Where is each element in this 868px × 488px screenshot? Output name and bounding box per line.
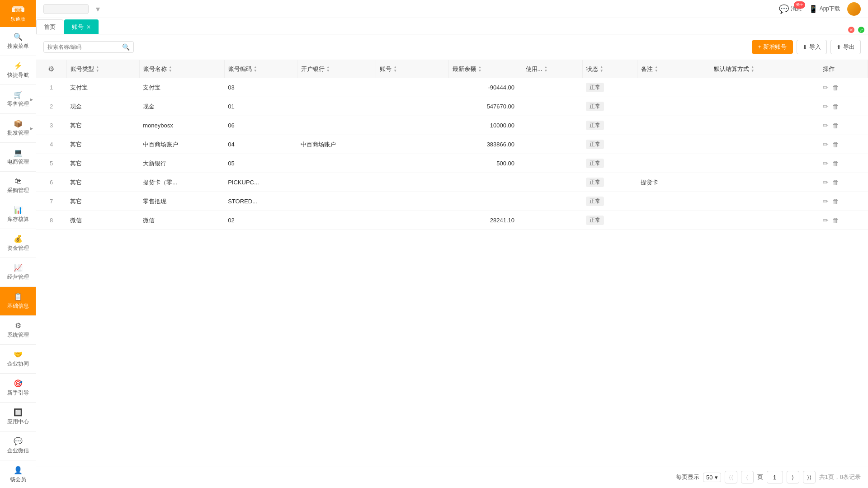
edit-btn[interactable]: ✏ bbox=[823, 197, 829, 206]
page-last-btn[interactable]: ⟩⟩ bbox=[803, 471, 816, 483]
delete-btn[interactable]: 🗑 bbox=[832, 103, 839, 110]
sidebar-item-ecommerce-mgmt[interactable]: 💻 电商管理 bbox=[0, 143, 36, 172]
sidebar-item-label: 电商管理 bbox=[7, 158, 29, 166]
search-menu-icon: 🔍 bbox=[14, 33, 23, 41]
sidebar-item-enterprise-agreement[interactable]: 🤝 企业协同 bbox=[0, 345, 36, 374]
sort-name-icon: ▲▼ bbox=[169, 66, 172, 73]
delete-btn[interactable]: 🗑 bbox=[832, 216, 839, 224]
cell-bank bbox=[297, 192, 376, 211]
col-header-bank[interactable]: 开户银行 ▲▼ bbox=[297, 60, 376, 78]
sidebar-item-label: 新手引导 bbox=[7, 389, 29, 397]
system-mgmt-icon: ⚙ bbox=[15, 321, 21, 330]
sidebar-item-newbie-guide[interactable]: 🎯 新手引导 bbox=[0, 374, 36, 403]
delete-btn[interactable]: 🗑 bbox=[832, 197, 839, 205]
table-settings-icon[interactable]: ⚙ bbox=[48, 65, 54, 73]
sidebar-item-enterprise-wechat[interactable]: 💬 企业微信 bbox=[0, 432, 36, 460]
app-download-btn[interactable]: 📱 App下载 bbox=[809, 5, 840, 13]
tab-home[interactable]: 首页 bbox=[36, 19, 63, 34]
delete-btn[interactable]: 🗑 bbox=[832, 160, 839, 167]
search-icon[interactable]: 🔍 bbox=[122, 43, 130, 51]
sidebar-item-fund-mgmt[interactable]: 💰 资金管理 bbox=[0, 229, 36, 258]
window-close-btn[interactable]: ✕ bbox=[848, 27, 854, 33]
sidebar-item-wholesale-mgmt[interactable]: 📦 批发管理 bbox=[0, 114, 36, 143]
sidebar-item-member[interactable]: 👤 畅会员 bbox=[0, 460, 36, 488]
sidebar-item-quick-nav[interactable]: ⚡ 快捷导航 bbox=[0, 56, 36, 85]
cell-default-settlement bbox=[710, 211, 819, 230]
cell-remark bbox=[637, 154, 710, 173]
sidebar-item-purchase-mgmt[interactable]: 🛍 采购管理 bbox=[0, 172, 36, 200]
col-header-status[interactable]: 状态 ▲▼ bbox=[582, 60, 637, 78]
edit-btn[interactable]: ✏ bbox=[823, 103, 829, 111]
breadcrumb-search[interactable] bbox=[43, 4, 89, 14]
search-box[interactable]: 🔍 bbox=[43, 41, 134, 53]
sidebar-item-inventory-check[interactable]: 📊 库存核算 bbox=[0, 200, 36, 229]
col-name-label: 账号名称 bbox=[143, 65, 167, 73]
search-input[interactable] bbox=[47, 44, 122, 50]
cell-default-settlement bbox=[710, 192, 819, 211]
cell-remark: 提货卡 bbox=[637, 173, 710, 192]
sidebar-item-ops-mgmt[interactable]: 📈 经营管理 bbox=[0, 258, 36, 287]
cell-bank: 中百商场账户 bbox=[297, 135, 376, 154]
quick-nav-icon: ⚡ bbox=[14, 61, 23, 70]
per-page-select[interactable]: 50 ▾ bbox=[703, 473, 721, 482]
col-header-use[interactable]: 使用... ▲▼ bbox=[522, 60, 582, 78]
delete-btn[interactable]: 🗑 bbox=[832, 178, 839, 186]
col-header-balance[interactable]: 最新余额 ▲▼ bbox=[449, 60, 522, 78]
col-header-remark[interactable]: 备注 ▲▼ bbox=[637, 60, 710, 78]
cell-remark bbox=[637, 78, 710, 97]
delete-btn[interactable]: 🗑 bbox=[832, 122, 839, 129]
edit-btn[interactable]: ✏ bbox=[823, 141, 829, 149]
export-button[interactable]: ⬆ 导出 bbox=[830, 40, 861, 54]
add-account-button[interactable]: + 新增账号 bbox=[752, 40, 793, 54]
tab-accounts[interactable]: 账号 ✕ bbox=[64, 19, 99, 34]
col-header-account[interactable]: 账号 ▲▼ bbox=[376, 60, 449, 78]
import-label: 导入 bbox=[809, 43, 821, 51]
edit-btn[interactable]: ✏ bbox=[823, 216, 829, 225]
import-button[interactable]: ⬇ 导入 bbox=[797, 40, 827, 54]
content-toolbar: 🔍 + 新增账号 ⬇ 导入 ⬆ 导出 bbox=[36, 34, 868, 60]
newbie-guide-icon: 🎯 bbox=[14, 379, 23, 388]
dropdown-arrow-icon[interactable]: ▾ bbox=[96, 4, 100, 14]
cell-default-settlement bbox=[710, 173, 819, 192]
member-icon: 👤 bbox=[14, 466, 23, 474]
page-first-btn[interactable]: ⟨⟨ bbox=[725, 471, 737, 483]
accounts-table: ⚙ 账号类型 ▲▼ 账号名称 ▲▼ bbox=[36, 60, 868, 230]
col-default-label: 默认结算方式 bbox=[714, 65, 749, 73]
cell-status: 正常 bbox=[582, 211, 637, 230]
page-next-btn[interactable]: ⟩ bbox=[787, 471, 799, 483]
cell-action: ✏ 🗑 bbox=[819, 173, 868, 192]
cell-account bbox=[376, 116, 449, 135]
col-header-default-settlement[interactable]: 默认结算方式 ▲▼ bbox=[710, 60, 819, 78]
app-logo: 畅捷 乐通版 bbox=[0, 0, 36, 27]
sidebar-item-app-center[interactable]: 🔲 应用中心 bbox=[0, 403, 36, 432]
edit-btn[interactable]: ✏ bbox=[823, 84, 829, 92]
edit-btn[interactable]: ✏ bbox=[823, 122, 829, 130]
delete-btn[interactable]: 🗑 bbox=[832, 141, 839, 148]
col-header-code[interactable]: 账号编码 ▲▼ bbox=[224, 60, 297, 78]
page-prev-btn[interactable]: ⟨ bbox=[741, 471, 754, 483]
delete-btn[interactable]: 🗑 bbox=[832, 84, 839, 91]
edit-btn[interactable]: ✏ bbox=[823, 160, 829, 168]
table-row: 3 其它 moneybosx 06 10000.00 正常 ✏ 🗑 bbox=[36, 116, 868, 135]
sidebar-item-retail-mgmt[interactable]: 🛒 零售管理 bbox=[0, 85, 36, 114]
cell-balance: 547670.00 bbox=[449, 97, 522, 116]
notification-btn[interactable]: 💬 消息 99+ bbox=[779, 4, 802, 14]
page-input[interactable] bbox=[767, 471, 783, 483]
table-row: 1 支付宝 支付宝 03 -90444.00 正常 ✏ 🗑 bbox=[36, 78, 868, 97]
sort-use-icon: ▲▼ bbox=[544, 66, 547, 73]
cell-status: 正常 bbox=[582, 116, 637, 135]
avatar[interactable] bbox=[847, 2, 861, 16]
tab-close-icon[interactable]: ✕ bbox=[86, 24, 91, 30]
window-expand-btn[interactable]: ⤢ bbox=[858, 27, 864, 33]
sidebar-item-system-mgmt[interactable]: ⚙ 系统管理 bbox=[0, 316, 36, 345]
edit-btn[interactable]: ✏ bbox=[823, 178, 829, 187]
sidebar-item-basic-info[interactable]: 📋 基础信息 bbox=[0, 287, 36, 316]
col-header-type[interactable]: 账号类型 ▲▼ bbox=[66, 60, 139, 78]
col-header-name[interactable]: 账号名称 ▲▼ bbox=[139, 60, 224, 78]
cell-default-settlement bbox=[710, 135, 819, 154]
content-area: 🔍 + 新增账号 ⬇ 导入 ⬆ 导出 bbox=[36, 34, 868, 488]
cell-code: PICKUPC... bbox=[224, 173, 297, 192]
table-row: 4 其它 中百商场账户 04 中百商场账户 383866.00 正常 ✏ 🗑 bbox=[36, 135, 868, 154]
cell-type: 现金 bbox=[66, 97, 139, 116]
sidebar-item-search-menu[interactable]: 🔍 搜索菜单 bbox=[0, 27, 36, 56]
